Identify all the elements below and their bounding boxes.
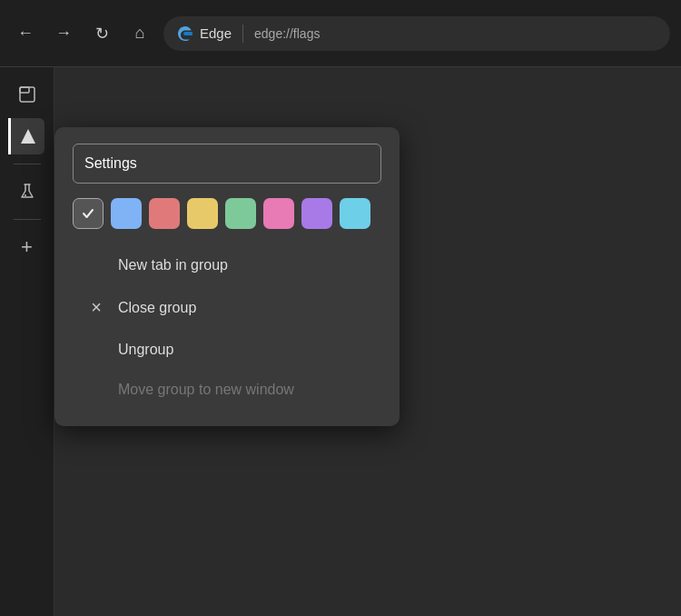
edge-icon	[176, 25, 194, 43]
menu-item-close-group[interactable]: × Close group	[73, 285, 381, 330]
forward-button[interactable]: →	[49, 19, 78, 48]
color-swatch-red[interactable]	[149, 198, 180, 229]
address-bar[interactable]: Edge edge://flags	[163, 16, 670, 51]
ungroup-label: Ungroup	[118, 342, 173, 358]
svg-rect-1	[20, 87, 29, 93]
sidebar-divider-1	[14, 164, 41, 164]
check-icon	[81, 206, 95, 221]
sidebar-divider-2	[14, 219, 41, 220]
move-to-window-label: Move group to new window	[118, 382, 294, 398]
address-divider	[242, 25, 243, 43]
context-menu: New tab in group × Close group Ungroup M…	[54, 127, 400, 426]
sidebar-icon-labs[interactable]	[9, 174, 45, 210]
close-group-label: Close group	[118, 300, 196, 316]
color-swatch-selected[interactable]	[73, 198, 104, 229]
color-swatch-pink[interactable]	[263, 198, 294, 229]
svg-point-3	[25, 194, 26, 196]
color-swatch-green[interactable]	[225, 198, 256, 229]
url-text: edge://flags	[254, 26, 320, 41]
group-name-input[interactable]	[73, 144, 381, 184]
menu-item-move-to-window: Move group to new window	[73, 370, 381, 410]
color-swatch-blue[interactable]	[111, 198, 142, 229]
close-icon: ×	[87, 297, 105, 318]
color-swatch-cyan[interactable]	[340, 198, 370, 229]
menu-item-ungroup[interactable]: Ungroup	[73, 330, 381, 370]
color-swatch-purple[interactable]	[301, 198, 332, 229]
sidebar: +	[0, 67, 54, 616]
new-tab-label: New tab in group	[118, 257, 228, 273]
refresh-button[interactable]: ↻	[87, 19, 116, 48]
sidebar-add-button[interactable]: +	[9, 229, 45, 265]
sidebar-icon-tab[interactable]	[9, 76, 45, 113]
svg-rect-0	[20, 87, 35, 102]
back-button[interactable]: ←	[11, 19, 40, 48]
color-swatch-yellow[interactable]	[187, 198, 218, 229]
browser-toolbar: ← → ↻ ⌂ Edge edge://flags	[0, 0, 681, 67]
edge-logo: Edge	[176, 25, 232, 43]
menu-item-new-tab[interactable]: New tab in group	[73, 245, 381, 285]
svg-marker-2	[21, 129, 35, 144]
home-button[interactable]: ⌂	[125, 19, 154, 48]
color-swatches	[73, 198, 381, 229]
sidebar-icon-theme[interactable]	[8, 118, 44, 154]
